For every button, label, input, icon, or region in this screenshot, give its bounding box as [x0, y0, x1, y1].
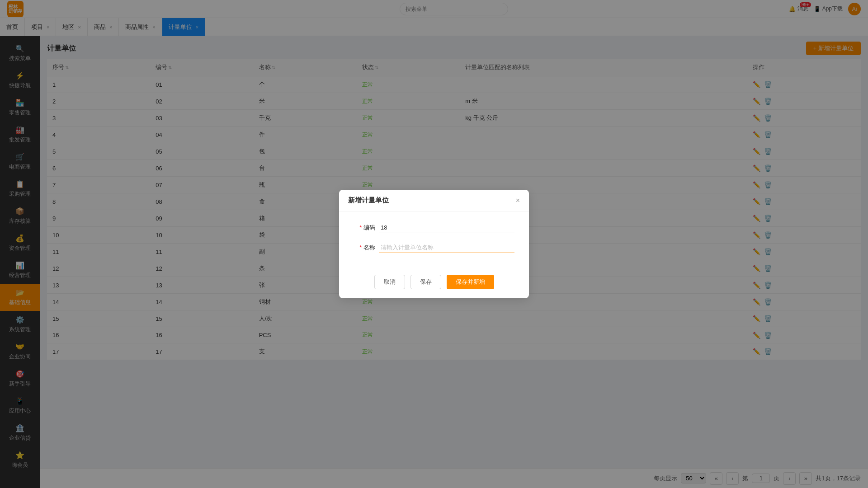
- name-label-text: 名称: [363, 244, 375, 251]
- name-label: * 名称: [354, 244, 375, 252]
- code-input[interactable]: [379, 222, 514, 233]
- name-form-row: * 名称: [354, 242, 514, 253]
- save-new-button[interactable]: 保存并新增: [447, 275, 494, 289]
- code-required: *: [359, 224, 362, 231]
- code-label-text: 编码: [363, 224, 375, 231]
- cancel-button[interactable]: 取消: [374, 275, 405, 289]
- code-form-row: * 编码: [354, 222, 514, 233]
- modal: 新增计量单位 × * 编码 * 名称 取消 保存 保存并新增: [339, 190, 529, 298]
- modal-title: 新增计量单位: [348, 196, 389, 205]
- save-button[interactable]: 保存: [410, 275, 441, 289]
- name-required: *: [359, 244, 362, 251]
- name-input[interactable]: [379, 242, 514, 253]
- modal-header: 新增计量单位 ×: [339, 190, 529, 211]
- code-label: * 编码: [354, 224, 375, 232]
- modal-body: * 编码 * 名称: [339, 211, 529, 269]
- modal-close-button[interactable]: ×: [516, 197, 520, 205]
- modal-footer: 取消 保存 保存并新增: [339, 269, 529, 298]
- modal-overlay[interactable]: 新增计量单位 × * 编码 * 名称 取消 保存 保存并新增: [0, 0, 868, 488]
